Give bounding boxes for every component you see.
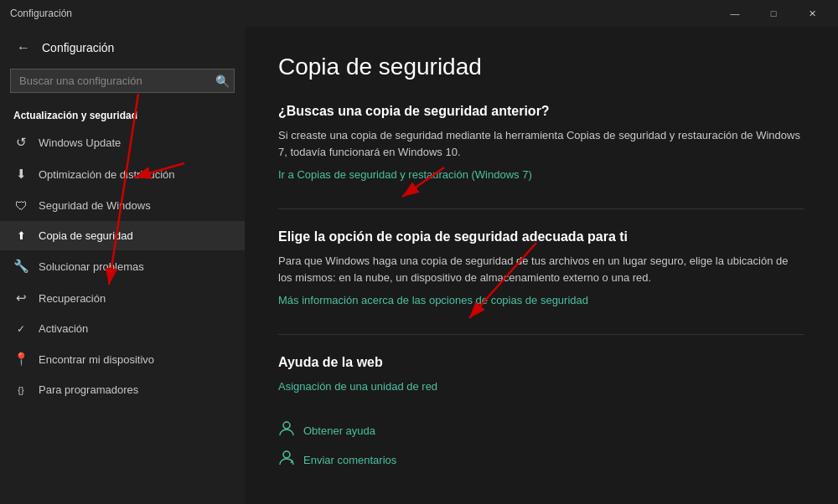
obtener-ayuda-item: Obtener ayuda <box>278 420 804 441</box>
nav-label: Copia de seguridad <box>39 229 133 242</box>
nav-label: Windows Update <box>39 136 121 149</box>
nav-label: Seguridad de Windows <box>39 199 151 212</box>
main-content: Copia de seguridad ¿Buscas una copia de … <box>245 27 838 504</box>
nav-item[interactable]: ↩ Recuperación <box>0 282 245 314</box>
section-backup-option: Elige la opción de copia de seguridad ad… <box>278 229 804 307</box>
section-label: Actualización y seguridad <box>0 103 245 126</box>
section-backup-previous: ¿Buscas una copia de seguridad anterior?… <box>278 104 804 182</box>
divider1 <box>278 208 804 209</box>
close-button[interactable]: ✕ <box>793 0 831 27</box>
titlebar-title: Configuración <box>10 8 72 19</box>
nav-item[interactable]: ✓ Activación <box>0 314 245 343</box>
nav-label: Activación <box>39 322 88 335</box>
page-title: Copia de seguridad <box>278 54 804 80</box>
sidebar: ← Configuración 🔍 Actualización y seguri… <box>0 27 245 504</box>
nav-item[interactable]: 📍 Encontrar mi dispositivo <box>0 343 245 375</box>
nav-item[interactable]: ↺ Windows Update <box>0 126 245 158</box>
nav-item-copia-seguridad[interactable]: ⬆ Copia de seguridad <box>0 221 245 250</box>
sidebar-header: ← Configuración <box>0 27 245 69</box>
section2-heading: Elige la opción de copia de seguridad ad… <box>278 229 804 244</box>
nav-item[interactable]: 🛡 Seguridad de Windows <box>0 190 245 221</box>
search-input[interactable] <box>10 69 235 93</box>
nav-item[interactable]: 🔧 Solucionar problemas <box>0 250 245 282</box>
nav-item[interactable]: ⬇ Optimización de distribución <box>0 158 245 190</box>
enviar-comentarios-item: Enviar comentarios <box>278 450 804 471</box>
section3-heading: Ayuda de la web <box>278 355 804 370</box>
section1-body: Si creaste una copia de seguridad median… <box>278 127 804 160</box>
section2-link[interactable]: Más información acerca de las opciones d… <box>278 294 588 306</box>
nav-label: Para programadores <box>39 383 138 396</box>
maximize-button[interactable]: □ <box>754 0 793 27</box>
section-web-help: Ayuda de la web Asignación de una unidad… <box>278 355 804 393</box>
enviar-comentarios-link[interactable]: Enviar comentarios <box>303 454 396 466</box>
recuperacion-icon: ↩ <box>13 291 28 306</box>
copia-icon: ⬆ <box>13 229 28 242</box>
windows-update-icon: ↺ <box>13 135 28 150</box>
obtener-ayuda-icon <box>278 420 295 441</box>
nav-label: Optimización de distribución <box>39 168 175 181</box>
svg-point-1 <box>283 451 290 458</box>
section3-link[interactable]: Asignación de una unidad de red <box>278 380 437 393</box>
nav-label: Solucionar problemas <box>39 260 144 273</box>
minimize-button[interactable]: — <box>716 0 754 27</box>
titlebar-controls: — □ ✕ <box>716 0 831 27</box>
search-icon[interactable]: 🔍 <box>215 75 230 88</box>
section1-heading: ¿Buscas una copia de seguridad anterior? <box>278 104 804 119</box>
divider2 <box>278 334 804 335</box>
solucionar-icon: 🔧 <box>13 259 28 274</box>
obtener-ayuda-link[interactable]: Obtener ayuda <box>303 424 375 437</box>
nav-label: Encontrar mi dispositivo <box>39 353 154 366</box>
nav-item[interactable]: {} Para programadores <box>0 375 245 404</box>
search-box: 🔍 <box>10 69 235 93</box>
back-button[interactable]: ← <box>13 37 34 59</box>
activacion-icon: ✓ <box>13 323 28 335</box>
bottom-links: Obtener ayuda Enviar comentarios <box>278 420 804 471</box>
encontrar-icon: 📍 <box>13 352 28 367</box>
programadores-icon: {} <box>13 385 28 395</box>
titlebar: Configuración — □ ✕ <box>0 0 838 27</box>
svg-point-0 <box>283 422 290 429</box>
section1-link[interactable]: Ir a Copias de seguridad y restauración … <box>278 168 532 181</box>
distribucion-icon: ⬇ <box>13 167 28 182</box>
enviar-comentarios-icon <box>278 450 295 471</box>
nav-label: Recuperación <box>39 292 106 305</box>
sidebar-app-title: Configuración <box>42 41 114 54</box>
seguridad-icon: 🛡 <box>13 198 28 213</box>
section2-body: Para que Windows haga una copia de segur… <box>278 253 804 285</box>
